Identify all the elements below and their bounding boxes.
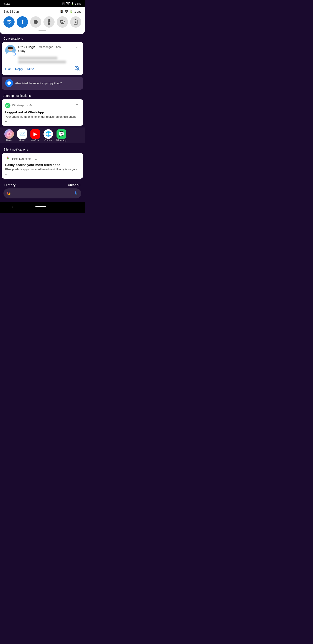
whatsapp-app-wrap: 💬 WhatsApp <box>56 129 67 142</box>
wifi-toggle[interactable] <box>3 16 14 28</box>
gmail-app-wrap: ✉️ Gmail <box>16 129 28 142</box>
qs-date-row: Sat, 13 Jun 📳 🔋 1 day <box>3 10 81 13</box>
qs-toggles <box>3 16 81 28</box>
svg-point-1 <box>66 12 67 12</box>
like-button[interactable]: Like <box>5 67 11 71</box>
whatsapp-title: Logged out of WhatsApp <box>5 110 79 114</box>
google-g-icon: G <box>7 190 11 196</box>
conversations-label: Conversations <box>0 34 85 42</box>
notif-actions: Like Reply Mute <box>5 66 79 72</box>
photos-app-wrap: 🌸 Photos <box>3 129 15 142</box>
home-indicator[interactable] <box>35 206 46 207</box>
messenger-app-name: · <box>36 45 37 48</box>
qs-battery-icon: 🔋 <box>69 10 73 13</box>
svg-rect-18 <box>75 191 76 193</box>
youtube-app-wrap: ▶ YouTube <box>29 129 41 142</box>
whatsapp-notif-card: WhatsApp · 6m Logged out of WhatsApp You… <box>2 99 83 126</box>
vibrate-icon: 📳 <box>62 2 65 5</box>
photos-app-icon[interactable]: 🌸 <box>4 129 14 139</box>
pixel-body: Pixel predicts apps that you'll need nex… <box>5 168 79 175</box>
svg-line-13 <box>75 66 79 70</box>
messenger-left: Ritik Singh · Messenger · now Okay <box>5 45 61 56</box>
whatsapp-app-name: WhatsApp <box>12 104 25 107</box>
qs-vibrate-icon: 📳 <box>60 10 63 13</box>
messenger-name-row: Ritik Singh · Messenger · now <box>18 45 61 49</box>
blurred-content <box>5 57 79 63</box>
svg-point-17 <box>77 194 78 194</box>
nav-bar: ‹ <box>0 202 85 213</box>
whatsapp-collapse-btn[interactable] <box>74 102 79 108</box>
battery-status-icon: 🔋 <box>71 2 74 5</box>
chrome-label: Chrome <box>44 139 52 142</box>
pixel-dot: · <box>33 157 33 160</box>
dnd-toggle[interactable] <box>30 16 41 28</box>
svg-point-5 <box>48 22 49 23</box>
pixel-time: 1h <box>35 157 38 160</box>
whatsapp-time: 6m <box>29 104 33 107</box>
pixel-app-name: Pixel Launcher <box>12 157 31 160</box>
svg-rect-12 <box>8 48 12 50</box>
qs-status-right: 📳 🔋 1 day <box>60 10 81 13</box>
pixel-launcher-icon <box>5 156 10 161</box>
bg-blur-inner: Also, tried the recent app copy thing? <box>2 76 83 90</box>
bg-blur-section: Also, tried the recent app copy thing? <box>2 76 83 90</box>
battery-saver-toggle[interactable] <box>70 16 81 28</box>
bg-messenger-icon <box>5 79 13 87</box>
silent-label: Silent notifications <box>0 145 85 153</box>
google-search-bar[interactable]: G <box>3 188 81 198</box>
gmail-label: Gmail <box>19 139 25 142</box>
clear-all-button[interactable]: Clear all <box>68 183 80 187</box>
bg-blur-text: Also, tried the recent app copy thing? <box>15 82 62 85</box>
google-mic-icon[interactable] <box>73 190 78 196</box>
whatsapp-label: WhatsApp <box>56 139 66 142</box>
qs-battery-label: 1 day <box>74 10 81 13</box>
whatsapp-app-icon[interactable]: 💬 <box>56 129 66 139</box>
messenger-dot: · <box>54 45 55 48</box>
whatsapp-dot: · <box>27 104 28 107</box>
blurred-line-2 <box>18 61 66 63</box>
pixel-header: Pixel Launcher · 1h <box>5 156 79 161</box>
app-strip: 🌸 Photos ✉️ Gmail ▶ YouTube 🌐 Chrome 💬 W… <box>0 128 85 144</box>
gmail-app-icon[interactable]: ✉️ <box>17 129 27 139</box>
history-label: History <box>4 183 16 187</box>
status-bar: 6:33 📳 🔋 1 day <box>0 0 85 7</box>
avatar-container <box>5 45 16 56</box>
messenger-meta: Ritik Singh · Messenger · now Okay <box>18 45 61 53</box>
qs-wifi-icon <box>65 10 68 13</box>
history-bar: History Clear all <box>0 180 85 188</box>
status-time: 6:33 <box>3 2 10 6</box>
blurred-line-1 <box>18 57 57 60</box>
wifi-status-icon <box>66 2 70 6</box>
messenger-header: Ritik Singh · Messenger · now Okay <box>5 45 79 56</box>
youtube-app-icon[interactable]: ▶ <box>30 129 40 139</box>
messenger-time: now <box>56 45 61 48</box>
status-icons: 📳 🔋 1 day <box>62 2 81 6</box>
mute-button[interactable]: Mute <box>27 67 34 71</box>
battery-label: 1 day <box>75 2 81 5</box>
sender-name: Ritik Singh <box>18 45 35 49</box>
back-button[interactable]: ‹ <box>11 204 13 210</box>
qs-drag-handle[interactable] <box>38 30 46 31</box>
chrome-app-wrap: 🌐 Chrome <box>43 129 54 142</box>
pixel-left: Pixel Launcher · 1h <box>5 156 38 161</box>
pixel-notif-card: Pixel Launcher · 1h Easily access your m… <box>2 153 83 178</box>
autorotate-toggle[interactable] <box>57 16 68 28</box>
svg-point-0 <box>67 4 68 5</box>
qs-date: Sat, 13 Jun <box>3 10 19 13</box>
alerting-label: Alerting notifications <box>0 92 85 99</box>
reply-button[interactable]: Reply <box>15 67 23 71</box>
quick-settings-panel: Sat, 13 Jun 📳 🔋 1 day <box>0 7 85 34</box>
messenger-badge <box>12 52 16 56</box>
collapse-button[interactable] <box>74 45 79 51</box>
whatsapp-icon <box>5 103 10 108</box>
flashlight-toggle[interactable] <box>43 16 54 28</box>
whatsapp-body: Your phone number is no longer registere… <box>5 115 79 123</box>
messenger-notif-card: Ritik Singh · Messenger · now Okay Like … <box>2 42 83 75</box>
chrome-app-icon[interactable]: 🌐 <box>43 129 53 139</box>
pixel-title: Easily access your most-used apps <box>5 163 79 167</box>
whatsapp-left: WhatsApp · 6m <box>5 103 33 108</box>
bluetooth-toggle[interactable] <box>17 16 28 28</box>
notification-off-icon[interactable] <box>75 66 79 72</box>
messenger-message: Okay <box>18 49 61 53</box>
youtube-label: YouTube <box>31 139 39 142</box>
